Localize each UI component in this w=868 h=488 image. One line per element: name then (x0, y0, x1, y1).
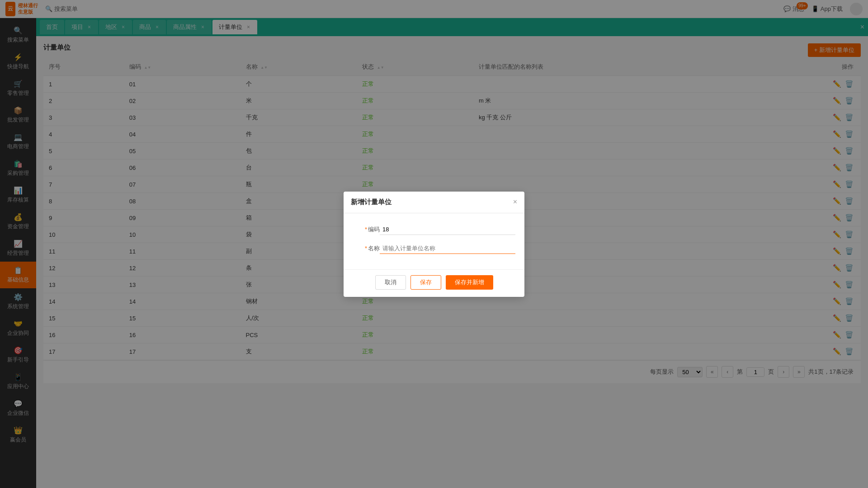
name-input[interactable] (380, 243, 515, 254)
modal-body: *编码 *名称 (344, 213, 524, 269)
form-label-code: *编码 (353, 225, 380, 234)
code-input[interactable] (380, 224, 515, 235)
code-required: * (365, 226, 367, 233)
form-label-name: *名称 (353, 244, 380, 253)
modal-close-btn[interactable]: × (513, 198, 517, 206)
modal-overlay[interactable]: 新增计量单位 × *编码 *名称 取消 保存 保存并新增 (0, 0, 868, 488)
modal-title: 新增计量单位 (351, 198, 392, 206)
save-new-button[interactable]: 保存并新增 (446, 275, 493, 290)
form-row-code: *编码 (353, 224, 515, 235)
name-required: * (365, 245, 367, 252)
cancel-button[interactable]: 取消 (375, 275, 406, 290)
add-unit-modal: 新增计量单位 × *编码 *名称 取消 保存 保存并新增 (344, 192, 524, 297)
modal-footer: 取消 保存 保存并新增 (344, 269, 524, 297)
form-row-name: *名称 (353, 243, 515, 254)
modal-header: 新增计量单位 × (344, 192, 524, 213)
save-button[interactable]: 保存 (410, 275, 441, 290)
